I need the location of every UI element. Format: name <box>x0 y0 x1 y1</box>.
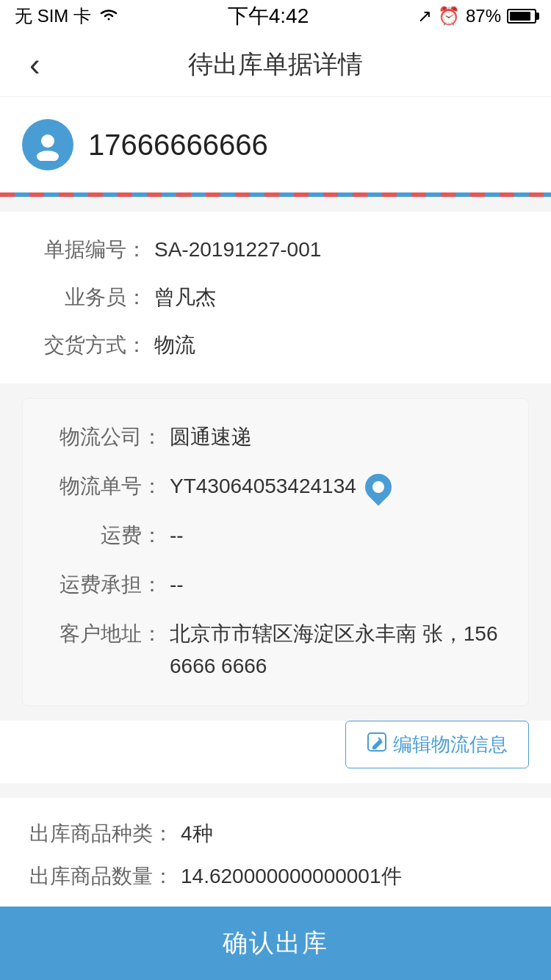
sales-person-value: 曾凡杰 <box>154 281 522 314</box>
delivery-method-label: 交货方式： <box>29 329 147 362</box>
carrier-label: 无 SIM 卡 <box>15 4 91 28</box>
svg-point-0 <box>41 134 54 148</box>
edit-logistics-button[interactable]: 编辑物流信息 <box>345 721 529 768</box>
tracking-row: 物流单号： YT43064053424134 <box>45 470 506 503</box>
section-separator-1 <box>0 783 551 798</box>
sales-person-label: 业务员： <box>29 281 147 314</box>
freight-bearer-row: 运费承担： -- <box>45 569 506 602</box>
tracking-label: 物流单号： <box>45 470 162 503</box>
status-left: 无 SIM 卡 <box>15 4 119 28</box>
status-right: ↗ ⏰ 87% <box>417 6 536 26</box>
address-row: 客户地址： 北京市市辖区海淀区永丰南 张，156 6666 6666 <box>45 618 506 684</box>
logistics-section: 物流公司： 圆通速递 物流单号： YT43064053424134 运费： --… <box>22 398 529 706</box>
address-value: 北京市市辖区海淀区永丰南 张，156 6666 6666 <box>170 618 506 684</box>
doc-number-label: 单据编号： <box>29 234 147 267</box>
freight-bearer-value: -- <box>170 569 506 602</box>
goods-types-label: 出库商品种类： <box>29 820 173 848</box>
edit-btn-row: 编辑物流信息 <box>0 721 551 783</box>
colorful-divider <box>0 192 551 197</box>
page-title: 待出库单据详情 <box>188 48 363 82</box>
goods-quantity-value: 14.620000000000001件 <box>181 862 402 890</box>
confirm-outbound-button[interactable]: 确认出库 <box>223 926 328 960</box>
doc-number-value: SA-20191227-001 <box>154 234 522 267</box>
goods-quantity-row: 出库商品数量： 14.620000000000001件 <box>29 862 522 890</box>
logistics-company-label: 物流公司： <box>45 421 162 454</box>
logistics-company-row: 物流公司： 圆通速递 <box>45 421 506 454</box>
freight-row: 运费： -- <box>45 519 506 552</box>
base-info-section: 单据编号： SA-20191227-001 业务员： 曾凡杰 交货方式： 物流 <box>0 212 551 383</box>
avatar <box>22 119 73 170</box>
goods-section: 出库商品种类： 4种 出库商品数量： 14.620000000000001件 <box>0 798 551 912</box>
goods-types-value: 4种 <box>181 820 213 848</box>
battery-percent: 87% <box>466 6 501 26</box>
nav-bar: ‹ 待出库单据详情 <box>0 32 551 97</box>
customer-phone: 17666666666 <box>88 129 268 162</box>
sales-person-row: 业务员： 曾凡杰 <box>29 281 522 314</box>
location-status-icon: ↗ <box>417 6 432 26</box>
freight-label: 运费： <box>45 519 162 552</box>
edit-btn-label: 编辑物流信息 <box>393 732 508 757</box>
goods-types-row: 出库商品种类： 4种 <box>29 820 522 848</box>
confirm-button-wrap: 确认出库 <box>0 907 551 980</box>
goods-quantity-label: 出库商品数量： <box>29 862 173 890</box>
edit-icon <box>367 732 387 757</box>
tracking-number-text: YT43064053424134 <box>170 470 356 503</box>
svg-point-1 <box>37 151 59 161</box>
delivery-method-value: 物流 <box>154 329 522 362</box>
customer-section: 17666666666 <box>0 97 551 192</box>
battery-icon <box>507 9 536 24</box>
time-display: 下午4:42 <box>228 2 309 30</box>
tracking-value: YT43064053424134 <box>170 470 506 503</box>
wifi-icon <box>98 6 119 26</box>
doc-number-row: 单据编号： SA-20191227-001 <box>29 234 522 267</box>
back-button[interactable]: ‹ <box>22 39 48 90</box>
status-bar: 无 SIM 卡 下午4:42 ↗ ⏰ 87% <box>0 0 551 32</box>
tracking-location-icon[interactable] <box>359 468 397 505</box>
delivery-method-row: 交货方式： 物流 <box>29 329 522 362</box>
freight-bearer-label: 运费承担： <box>45 569 162 602</box>
logistics-company-value: 圆通速递 <box>170 421 506 454</box>
freight-value: -- <box>170 519 506 552</box>
alarm-icon: ⏰ <box>438 6 460 26</box>
address-label: 客户地址： <box>45 618 162 651</box>
